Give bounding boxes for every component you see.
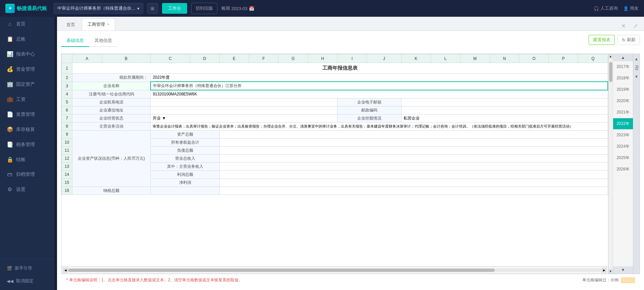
cell-zipcode-value[interactable]: [401, 106, 608, 114]
tab-biz-mgmt[interactable]: 工商管理 ×: [82, 18, 115, 30]
year-item-2022[interactable]: 2022年: [613, 118, 633, 130]
sub-tab-other-label: 其他信息: [95, 38, 112, 43]
cell-email-value[interactable]: [401, 98, 608, 106]
company-icon-btn[interactable]: ⊞: [147, 3, 158, 14]
horizontal-scrollbar[interactable]: ◂ ▸: [61, 266, 608, 274]
sidebar-item-guide[interactable]: 🎬 新手引导: [0, 262, 57, 275]
scroll-right-btn[interactable]: ▸: [601, 268, 607, 273]
cell-status-dropdown[interactable]: 开业 ▼: [151, 114, 337, 122]
cell-net-profit-value[interactable]: [219, 178, 608, 187]
scroll-track[interactable]: [68, 269, 601, 272]
workbench-button[interactable]: 工作台: [162, 3, 187, 14]
page-content: 基础信息 其他信息 重置报表 ↻ 刷新: [57, 31, 644, 290]
cell-regcode-value[interactable]: 91320100MA208E5W6K: [151, 90, 608, 98]
cell-main-revenue-value[interactable]: [219, 162, 608, 170]
refresh-icon: ↻: [622, 38, 626, 43]
scroll-left-btn[interactable]: ◂: [63, 268, 68, 273]
year-panel-down-icon[interactable]: ▼: [613, 266, 633, 274]
year-item-2018[interactable]: 2018年: [613, 73, 633, 84]
cell-equity-label: 所有者权益合计: [151, 138, 219, 146]
toolbar: 重置报表 ↻ 刷新: [589, 35, 640, 45]
company-name: 中审众环会计师事务所（特殊普通合伙...: [57, 5, 135, 11]
year-item-2021[interactable]: 2021年: [613, 107, 633, 118]
sidebar-item-closing[interactable]: 🔒 结账: [0, 152, 57, 167]
year-panel-up-icon[interactable]: ▲: [613, 54, 633, 61]
sidebar-label-invoice: 发票管理: [16, 112, 35, 118]
right-collapse-panel[interactable]: ▲ Rit ▼: [633, 54, 640, 274]
table-scroll[interactable]: A B C D E F G H I J: [61, 54, 608, 266]
sidebar-item-ledger[interactable]: 📋 总账: [0, 31, 57, 47]
sidebar-item-inventory[interactable]: 📦 库存核算: [0, 122, 57, 137]
sidebar-item-unpin[interactable]: ◀◀ 取消固定: [0, 275, 57, 287]
consult-button[interactable]: 🎧 人工咨询: [594, 5, 618, 11]
cell-ownership-value[interactable]: 私营企业: [401, 114, 608, 122]
col-header-o: O: [519, 54, 549, 63]
cell-status-label: 企业经营状态: [72, 114, 151, 122]
year-item-2023[interactable]: 2023年: [613, 130, 633, 141]
cell-phone-value[interactable]: [151, 98, 337, 106]
cell-total-assets-value[interactable]: [219, 130, 608, 138]
col-header-q: Q: [578, 54, 608, 63]
sub-tab-other[interactable]: 其他信息: [89, 35, 117, 47]
sidebar-item-assets[interactable]: 🏢 固定资产: [0, 77, 57, 92]
cell-tax-value[interactable]: [219, 187, 608, 195]
tab-home-label: 首页: [66, 22, 75, 28]
cell-company-value[interactable]: 中审众环会计师事务所（特殊普通合伙）江苏分所: [151, 82, 608, 90]
cell-profit-value[interactable]: [219, 170, 608, 178]
sidebar-item-settings[interactable]: ⚙ 设置: [0, 182, 57, 197]
guide-label: 新手引导: [15, 265, 32, 271]
year-item-2025[interactable]: 2025年: [613, 152, 633, 164]
v-scroll-thumb: [609, 62, 612, 82]
cell-period-value[interactable]: 2022年度: [151, 74, 608, 82]
expand-window-icon[interactable]: ⤢: [631, 21, 640, 30]
unpin-icon: ◀◀: [7, 279, 13, 284]
row-num-10: 10: [62, 138, 72, 146]
cell-address-value[interactable]: [151, 106, 337, 114]
chevron-down-icon: ▾: [137, 6, 140, 11]
scroll-up-btn[interactable]: ▴: [608, 54, 613, 59]
reset-button[interactable]: 重置报表: [589, 35, 615, 45]
year-item-2020[interactable]: 2020年: [613, 95, 633, 107]
refresh-button[interactable]: ↻ 刷新: [618, 35, 640, 45]
close-window-icon[interactable]: ✕: [619, 21, 628, 30]
col-header-f: F: [249, 54, 278, 63]
year-item-2024[interactable]: 2024年: [613, 141, 633, 152]
tab-home[interactable]: 首页: [61, 19, 80, 30]
cell-main-revenue-label: 其中：主营业务收入: [151, 162, 219, 170]
cell-revenue-value[interactable]: [219, 154, 608, 162]
year-item-2017[interactable]: 2017年: [613, 61, 633, 73]
cell-regcode-label: 注册号/统一社会信用代码: [72, 90, 151, 98]
scroll-down-btn[interactable]: ▾: [608, 269, 613, 274]
sub-tabs: 基础信息 其他信息: [61, 35, 117, 47]
cell-biz-value[interactable]: 审查企业会计报表；出具审计报告；验证企业资本；出具验资报告；办理企业合并、分立、…: [151, 122, 608, 130]
calendar-icon[interactable]: 📅: [249, 6, 254, 11]
cell-title[interactable]: 工商年报信息表: [72, 63, 608, 74]
vertical-scrollbar[interactable]: ▴ ▾: [608, 54, 613, 274]
sidebar-item-home[interactable]: ⌂ 首页: [0, 17, 57, 31]
period-label: 账期: [221, 5, 230, 11]
user-button[interactable]: 👤 用友: [623, 5, 639, 11]
old-version-button[interactable]: 切到旧版: [191, 3, 217, 14]
cell-assets-group-label: 企业资产状况信息(币种：人民币万元): [72, 130, 151, 187]
sidebar-item-salary[interactable]: 💼 工资: [0, 92, 57, 107]
period-display: 账期 2023-03 📅: [221, 5, 254, 11]
year-item-2026[interactable]: 2026年: [613, 164, 633, 175]
cell-revenue-label: 营业总收入: [151, 154, 219, 162]
sidebar-item-funds[interactable]: 💰 资金管理: [0, 62, 57, 77]
user-icon: 👤: [623, 6, 629, 11]
cell-total-assets-label: 资产总额: [151, 130, 219, 138]
cell-liability-value[interactable]: [219, 146, 608, 154]
year-item-2019[interactable]: 2019年: [613, 84, 633, 95]
cell-net-profit-label: 净利润: [151, 178, 219, 187]
tab-close-icon[interactable]: ×: [107, 22, 109, 27]
table-row: 16 纳税总额: [62, 187, 608, 195]
sidebar-item-tax[interactable]: 📑 税务管理: [0, 137, 57, 152]
collapse-up-icon[interactable]: ▲: [635, 54, 639, 64]
company-selector[interactable]: 中审众环会计师事务所（特殊普通合伙... ▾: [54, 3, 143, 14]
collapse-down-icon[interactable]: ▼: [635, 72, 639, 82]
sidebar-item-report[interactable]: 📊 报表中心: [0, 47, 57, 62]
sub-tab-basic[interactable]: 基础信息: [61, 35, 89, 47]
sidebar-item-archive[interactable]: 🗃 归档管理: [0, 167, 57, 182]
sidebar-item-invoice[interactable]: 📄 发票管理: [0, 107, 57, 122]
cell-equity-value[interactable]: [219, 138, 608, 146]
